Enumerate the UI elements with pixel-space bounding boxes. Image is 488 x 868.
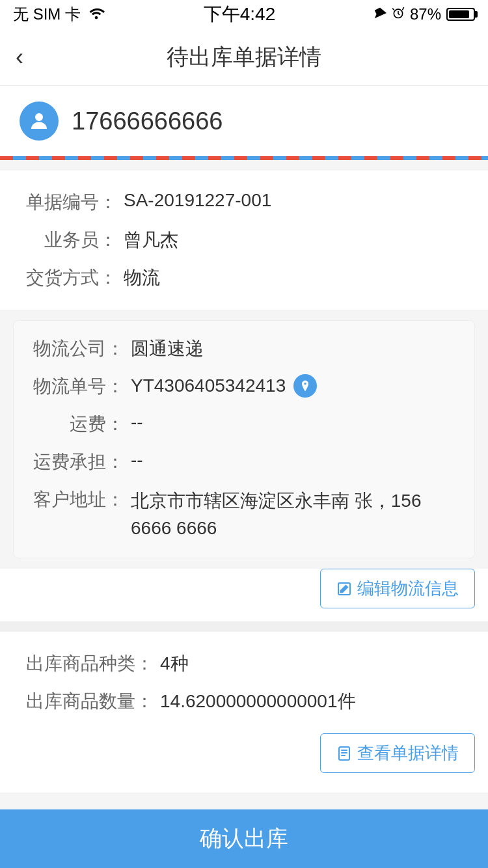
edit-btn-label: 编辑物流信息 [357, 577, 459, 600]
freight-bearer-row: 运费承担： -- [33, 450, 455, 474]
carrier-text: 无 SIM 卡 [13, 4, 81, 25]
agent-value: 曾凡杰 [124, 228, 462, 252]
freight-value: -- [131, 412, 455, 433]
logistics-tracking-row: 物流单号： YT4306405342413 [33, 374, 455, 399]
address-row: 客户地址： 北京市市辖区海淀区永丰南 张，156 6666 6666 [33, 487, 455, 542]
battery-icon [446, 8, 475, 21]
user-header: 17666666666 [0, 86, 488, 156]
section-divider [0, 621, 488, 632]
product-quantity-value: 14.620000000000001件 [160, 689, 356, 714]
status-bar: 无 SIM 卡 下午4:42 87% [0, 0, 488, 29]
wifi-icon [87, 7, 105, 23]
freight-bearer-value: -- [131, 450, 455, 470]
page-title: 待出库单据详情 [167, 42, 321, 72]
nav-bar: ‹ 待出库单据详情 [0, 29, 488, 86]
order-info-section: 单据编号： SA-20191227-001 业务员： 曾凡杰 交货方式： 物流 [0, 170, 488, 310]
map-pin-icon[interactable] [293, 374, 317, 398]
logistics-company-label: 物流公司： [33, 336, 124, 361]
freight-bearer-label: 运费承担： [33, 450, 124, 474]
logistics-section: 物流公司： 圆通速递 物流单号： YT4306405342413 运费： -- … [13, 320, 475, 558]
status-right: 87% [373, 5, 475, 23]
edit-logistics-button[interactable]: 编辑物流信息 [320, 569, 475, 608]
view-btn-label: 查看单据详情 [357, 742, 459, 765]
document-icon [336, 746, 352, 761]
edit-btn-row: 编辑物流信息 [0, 569, 488, 621]
location-status-icon [373, 5, 386, 23]
battery-text: 87% [410, 5, 441, 23]
alarm-icon [392, 5, 405, 23]
delivery-value: 物流 [124, 265, 462, 290]
avatar [20, 102, 59, 141]
freight-row: 运费： -- [33, 412, 455, 437]
status-time: 下午4:42 [204, 2, 276, 27]
product-category-value: 4种 [160, 651, 189, 676]
logistics-company-row: 物流公司： 圆通速递 [33, 336, 455, 361]
products-section: 出库商品种类： 4种 出库商品数量： 14.620000000000001件 [0, 632, 488, 733]
view-btn-row: 查看单据详情 [0, 733, 488, 793]
back-button[interactable]: ‹ [16, 44, 23, 71]
product-category-row: 出库商品种类： 4种 [26, 651, 462, 676]
tracking-number: YT4306405342413 [131, 375, 286, 396]
agent-row: 业务员： 曾凡杰 [26, 228, 462, 252]
delivery-label: 交货方式： [26, 265, 117, 290]
user-phone: 17666666666 [72, 107, 223, 135]
product-quantity-label: 出库商品数量： [26, 689, 154, 714]
address-label: 客户地址： [33, 487, 124, 512]
order-no-row: 单据编号： SA-20191227-001 [26, 190, 462, 215]
product-category-label: 出库商品种类： [26, 651, 154, 676]
svg-point-1 [35, 113, 43, 121]
delivery-row: 交货方式： 物流 [26, 265, 462, 290]
edit-icon [336, 581, 352, 597]
view-details-button[interactable]: 查看单据详情 [320, 733, 475, 773]
user-icon [27, 109, 51, 133]
dashed-divider [0, 156, 488, 160]
status-left: 无 SIM 卡 [13, 4, 105, 25]
order-no-value: SA-20191227-001 [124, 190, 462, 211]
agent-label: 业务员： [26, 228, 117, 252]
logistics-company-value: 圆通速递 [131, 336, 455, 361]
order-no-label: 单据编号： [26, 190, 117, 215]
freight-label: 运费： [33, 412, 124, 437]
address-value: 北京市市辖区海淀区永丰南 张，156 6666 6666 [131, 487, 455, 542]
logistics-tracking-value: YT4306405342413 [131, 374, 455, 398]
logistics-tracking-label: 物流单号： [33, 374, 124, 399]
confirm-button[interactable]: 确认出库 [200, 824, 288, 854]
product-quantity-row: 出库商品数量： 14.620000000000001件 [26, 689, 462, 714]
confirm-btn-container: 确认出库 [0, 809, 488, 868]
